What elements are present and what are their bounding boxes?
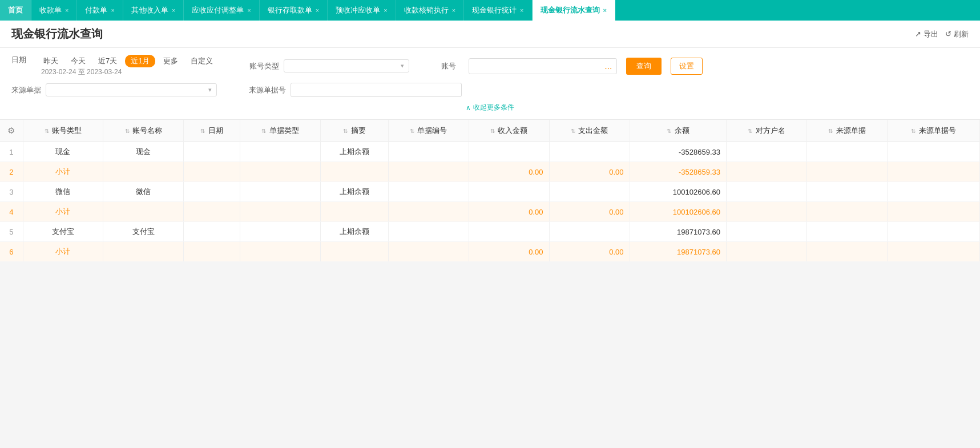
col-account-name[interactable]: ⇅ 账号名称 — [103, 120, 184, 142]
cell-source-doc-no — [887, 242, 979, 262]
cell-counterpart — [726, 182, 806, 202]
cell-date — [184, 162, 240, 182]
nav-home[interactable]: 首页 — [0, 0, 31, 21]
close-ar-ap-icon[interactable]: × — [247, 7, 251, 14]
table-header: ⚙ ⇅ 账号类型 ⇅ 账号名称 ⇅ 日期 ⇅ 单据类型 — [0, 120, 980, 142]
cell-account-type: 小计 — [23, 242, 103, 262]
cell-doc-type — [240, 202, 321, 222]
account-input[interactable] — [474, 62, 602, 70]
refresh-icon: ↺ — [945, 30, 951, 38]
account-type-select[interactable]: ▾ — [284, 59, 409, 72]
collapse-up-icon: ∧ — [466, 104, 471, 112]
table-row: 5支付宝支付宝上期余额19871073.60 — [0, 222, 980, 242]
source-doc-select[interactable]: ▾ — [46, 83, 217, 96]
cell-source-doc — [806, 222, 887, 242]
cell-date — [184, 242, 240, 262]
cell-account-type: 小计 — [23, 202, 103, 222]
cell-account-name — [103, 202, 184, 222]
cell-account-name: 微信 — [103, 182, 184, 202]
source-doc-chevron-icon: ▾ — [208, 86, 212, 94]
source-doc-num-input[interactable] — [296, 86, 457, 94]
cell-account-type: 支付宝 — [23, 222, 103, 242]
close-other-income-icon[interactable]: × — [172, 7, 175, 14]
table-row: 2小计0.000.00-3528659.33 — [0, 162, 980, 182]
cell-income — [469, 142, 549, 162]
cell-source-doc — [806, 242, 887, 262]
cell-income: 0.00 — [469, 202, 549, 222]
nav-tab-ar-ap-adjust[interactable]: 应收应付调整单 × — [184, 0, 259, 21]
cell-row-num: 5 — [0, 222, 23, 242]
account-dots-button[interactable]: ... — [604, 61, 612, 71]
date-shortcut-1month[interactable]: 近1月 — [125, 55, 155, 67]
close-bank-deposit-icon[interactable]: × — [316, 7, 319, 14]
cell-row-num: 6 — [0, 242, 23, 262]
close-receipts-icon[interactable]: × — [65, 7, 68, 14]
cell-balance: 100102606.60 — [630, 202, 726, 222]
col-counterpart[interactable]: ⇅ 对方户名 — [726, 120, 806, 142]
settings-button[interactable]: 设置 — [671, 58, 703, 75]
col-date[interactable]: ⇅ 日期 — [184, 120, 240, 142]
col-expense[interactable]: ⇅ 支出金额 — [549, 120, 630, 142]
nav-tab-receipts[interactable]: 收款单 × — [31, 0, 77, 21]
col-doc-type[interactable]: ⇅ 单据类型 — [240, 120, 321, 142]
nav-tab-payments[interactable]: 付款单 × — [77, 0, 123, 21]
cell-balance: 100102606.60 — [630, 182, 726, 202]
cell-source-doc-no — [887, 142, 979, 162]
sort-icon-summary: ⇅ — [343, 128, 348, 134]
header-actions: ↗ 导出 ↺ 刷新 — [915, 29, 969, 39]
cell-source-doc-no — [887, 222, 979, 242]
col-account-type[interactable]: ⇅ 账号类型 — [23, 120, 103, 142]
cell-summary: 上期余额 — [320, 222, 388, 242]
nav-tab-cash-flow[interactable]: 现金银行流水查询 × — [533, 0, 615, 21]
date-shortcut-yesterday[interactable]: 昨天 — [39, 55, 63, 67]
close-cash-stats-icon[interactable]: × — [520, 7, 523, 14]
top-navigation: 首页 收款单 × 付款单 × 其他收入单 × 应收应付调整单 × 银行存取款单 … — [0, 0, 980, 21]
close-cash-flow-icon[interactable]: × — [603, 7, 607, 14]
nav-tab-bank-deposit[interactable]: 银行存取款单 × — [260, 0, 328, 21]
cell-balance: -3528659.33 — [630, 162, 726, 182]
gear-icon[interactable]: ⚙ — [7, 126, 15, 135]
cell-summary — [320, 162, 388, 182]
cell-source-doc-no — [887, 202, 979, 222]
col-summary[interactable]: ⇅ 摘要 — [320, 120, 388, 142]
table-body: 1现金现金上期余额-3528659.332小计0.000.00-3528659.… — [0, 142, 980, 262]
col-balance[interactable]: ⇅ 余额 — [630, 120, 726, 142]
col-doc-no[interactable]: ⇅ 单据编号 — [388, 120, 469, 142]
export-button[interactable]: ↗ 导出 — [915, 29, 938, 39]
cell-account-type: 微信 — [23, 182, 103, 202]
date-shortcut-today[interactable]: 今天 — [66, 55, 90, 67]
date-shortcut-custom[interactable]: 自定义 — [186, 55, 217, 67]
account-label: 账号 — [441, 61, 464, 71]
date-shortcuts: 昨天 今天 近7天 近1月 更多 自定义 — [39, 55, 217, 67]
sort-icon-balance: ⇅ — [667, 128, 671, 134]
cell-expense — [549, 182, 630, 202]
query-button[interactable]: 查询 — [626, 58, 662, 75]
sort-icon-counterpart: ⇅ — [748, 128, 752, 134]
cell-counterpart — [726, 142, 806, 162]
date-filter-group: 日期 昨天 今天 近7天 近1月 更多 自定义 2023-02-24 至 202… — [11, 55, 217, 77]
date-shortcut-7days[interactable]: 近7天 — [94, 55, 122, 67]
col-source-doc[interactable]: ⇅ 来源单据 — [806, 120, 887, 142]
cell-doc-type — [240, 222, 321, 242]
nav-tab-cash-stats[interactable]: 现金银行统计 × — [464, 0, 532, 21]
col-income[interactable]: ⇅ 收入金额 — [469, 120, 549, 142]
refresh-button[interactable]: ↺ 刷新 — [945, 29, 969, 39]
collapse-bar[interactable]: ∧ 收起更多条件 — [11, 103, 969, 112]
date-shortcut-more[interactable]: 更多 — [159, 55, 183, 67]
nav-tab-prepay[interactable]: 预收冲应收单 × — [328, 0, 396, 21]
cell-account-name — [103, 162, 184, 182]
cell-account-name: 现金 — [103, 142, 184, 162]
nav-tab-other-income[interactable]: 其他收入单 × — [123, 0, 184, 21]
cash-flow-table: ⚙ ⇅ 账号类型 ⇅ 账号名称 ⇅ 日期 ⇅ 单据类型 — [0, 120, 980, 262]
source-doc-label: 来源单据 — [11, 85, 41, 95]
col-gear[interactable]: ⚙ — [0, 120, 23, 142]
cell-source-doc — [806, 142, 887, 162]
col-source-doc-no[interactable]: ⇅ 来源单据号 — [887, 120, 979, 142]
chevron-down-icon: ▾ — [401, 62, 404, 70]
close-prepay-icon[interactable]: × — [384, 7, 387, 14]
cell-source-doc-no — [887, 162, 979, 182]
close-collection-icon[interactable]: × — [452, 7, 455, 14]
cell-counterpart — [726, 202, 806, 222]
close-payments-icon[interactable]: × — [111, 7, 114, 14]
nav-tab-collection[interactable]: 收款核销执行 × — [396, 0, 464, 21]
